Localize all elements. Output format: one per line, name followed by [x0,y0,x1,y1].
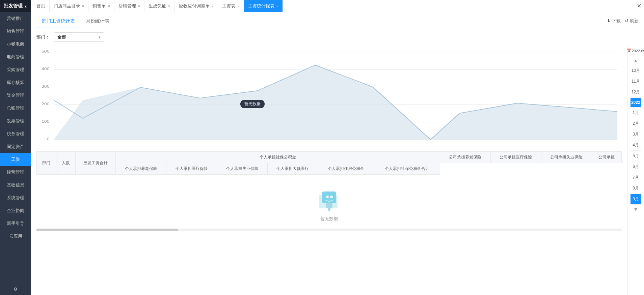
tab-close-icon[interactable]: × [237,4,239,8]
date-panel-item-1月[interactable]: 1月 [630,108,641,118]
svg-marker-12 [54,65,617,140]
date-panel-item-6月[interactable]: 6月 [630,161,641,172]
tab-店铺管理[interactable]: 店铺管理× [114,0,144,12]
tab-bar: 首页门店商品目录×销售单×店铺管理×生成凭证×应收应付调整单×工资表×工资统计报… [31,0,644,12]
date-panel-header: 📅 2022.09 [627,46,644,56]
sidebar-item-企业协同[interactable]: 企业协同 [0,204,31,217]
date-panel-item-9月[interactable]: 9月 [630,194,641,205]
date-panel-item-2022[interactable]: 2022 [630,98,641,108]
table-header-sub-row: 个人承担养老保险 个人承担医疗保险 个人承担失业保险 个人承担大额医疗 个人承担… [37,163,622,175]
table-header-group-row: 部门 人数 应发工资合计 个人承担社保公积金 公司承担养老保险 公司承担医疗保险… [37,152,622,163]
svg-text:100: 100 [42,119,50,123]
sidebar-arrow-icon: ▲ [24,4,27,8]
tab-label: 工资表 [222,3,235,9]
download-button[interactable]: ⬇ 下载 [607,18,621,24]
sidebar-item-经营管理[interactable]: 经营管理 [0,166,31,179]
col-header-dept: 部门 [37,152,56,175]
chart-section: 500 400 300 200 100 0 [31,46,627,295]
col-header-company-pension: 公司承担养老保险 [440,152,490,163]
svg-marker-18 [327,208,331,211]
date-panel-item-8月[interactable]: 8月 [630,183,641,194]
sidebar-item-固定资产[interactable]: 固定资产 [0,140,31,153]
sidebar-item-基础信息[interactable]: 基础信息 [0,179,31,191]
sidebar-item-营销推广[interactable]: 营销推广 [0,12,31,25]
date-panel-item-4月[interactable]: 4月 [630,140,641,151]
sidebar-item-工资[interactable]: 工资 [0,153,31,166]
sidebar-item-总账管理[interactable]: 总账管理 [0,102,31,115]
empty-text: 暂无数据 [320,216,338,222]
tab-门店商品目录[interactable]: 门店商品目录× [50,0,88,12]
sidebar-item-销售管理[interactable]: 销售管理 [0,25,31,38]
tab-label: 门店商品目录 [54,3,80,9]
col-sub-personal-pension: 个人承担养老保险 [116,163,166,175]
area-chart: 500 400 300 200 100 0 [36,46,622,150]
table-scrollbar[interactable] [36,229,622,231]
sidebar-item-税务管理[interactable]: 税务管理 [0,127,31,140]
tab-应收应付调整单[interactable]: 应收应付调整单× [175,0,218,12]
date-panel-item-7月[interactable]: 7月 [630,172,641,183]
sidebar-header[interactable]: 批发管理 ▲ [0,0,31,12]
inner-tab-actions: ⬇ 下载 ↺ 刷新 [607,18,639,27]
date-panel-item-5月[interactable]: 5月 [630,151,641,161]
sidebar-title: 批发管理 [4,3,23,9]
col-sub-personal-housing: 个人承担住房公积金 [318,163,374,175]
inner-tab-月份统计表[interactable]: 月份统计表 [80,16,115,28]
inner-tab-部门工资统计表[interactable]: 部门工资统计表 [36,16,80,28]
refresh-label: 刷新 [630,18,639,24]
tab-close-icon[interactable]: × [138,4,140,8]
date-panel: 📅 2022.09 ▲ 10月11月12月20221月2月3月4月5月6月7月8… [627,46,644,295]
sidebar-item-云应用[interactable]: 云应用 [0,230,31,243]
tab-close-icon[interactable]: × [168,4,170,8]
table-scrollbar-thumb[interactable] [36,229,178,231]
refresh-button[interactable]: ↺ 刷新 [625,18,639,24]
close-all-tabs-button[interactable]: ✕ [637,3,641,9]
tab-工资统计报表[interactable]: 工资统计报表× [244,0,283,12]
date-panel-current: 2022.09 [632,49,644,53]
date-panel-item-10月[interactable]: 10月 [630,65,641,76]
sidebar-item-新手引导[interactable]: 新手引导 [0,217,31,230]
col-sub-personal-unemploy: 个人承担失业保险 [217,163,268,175]
tab-首页[interactable]: 首页 [32,0,50,12]
date-panel-item-2月[interactable]: 2月 [630,118,641,129]
sidebar-item-采购管理[interactable]: 采购管理 [0,63,31,76]
tab-销售单[interactable]: 销售单× [88,0,114,12]
sidebar-item-发票管理[interactable]: 发票管理 [0,115,31,127]
svg-text:0: 0 [47,137,50,141]
chevron-down-icon: ▾ [99,35,101,39]
svg-text:200: 200 [42,102,50,106]
tab-close-icon[interactable]: × [276,4,278,8]
svg-point-16 [330,196,333,198]
tab-工资表[interactable]: 工资表× [218,0,244,12]
svg-text:500: 500 [42,49,50,53]
sidebar-item-小畅电商[interactable]: 小畅电商 [0,38,31,51]
sidebar-item-库存核算[interactable]: 库存核算 [0,76,31,89]
sidebar-item-系统管理[interactable]: 系统管理 [0,191,31,204]
tab-close-icon[interactable]: × [108,4,110,8]
svg-point-15 [326,196,329,198]
tab-close-icon[interactable]: × [212,4,214,8]
department-select-value: 全部 [57,34,66,40]
tab-label: 工资统计报表 [248,3,274,9]
filter-label: 部门： [36,34,50,40]
date-panel-nav-down[interactable]: ▼ [634,205,638,214]
department-select[interactable]: 全部 ▾ [54,32,104,42]
col-header-company-medical: 公司承担医疗保险 [490,152,541,163]
tab-生成凭证[interactable]: 生成凭证× [144,0,175,12]
sidebar: 批发管理 ▲ 营销推广销售管理小畅电商电商管理采购管理库存核算资金管理总账管理发… [0,0,31,295]
table-wrapper: 部门 人数 应发工资合计 个人承担社保公积金 公司承担养老保险 公司承担医疗保险… [36,151,622,229]
sidebar-settings[interactable]: ⚙ [0,283,31,295]
date-panel-item-3月[interactable]: 3月 [630,129,641,140]
gear-icon: ⚙ [14,287,18,292]
date-panel-item-12月[interactable]: 12月 [630,87,641,98]
col-header-count: 人数 [56,152,76,175]
sidebar-item-电商管理[interactable]: 电商管理 [0,51,31,63]
tab-label: 销售单 [92,3,106,9]
tab-close-icon[interactable]: × [82,4,84,8]
tab-label: 应收应付调整单 [179,3,210,9]
date-panel-nav-up[interactable]: ▲ [634,56,638,65]
col-sub-personal-total: 个人承担社保公积金合计 [374,163,440,175]
date-panel-item-11月[interactable]: 11月 [630,76,641,87]
col-sub-personal-serious: 个人承担大额医疗 [267,163,318,175]
sidebar-item-资金管理[interactable]: 资金管理 [0,89,31,102]
tab-label: 店铺管理 [118,3,136,9]
